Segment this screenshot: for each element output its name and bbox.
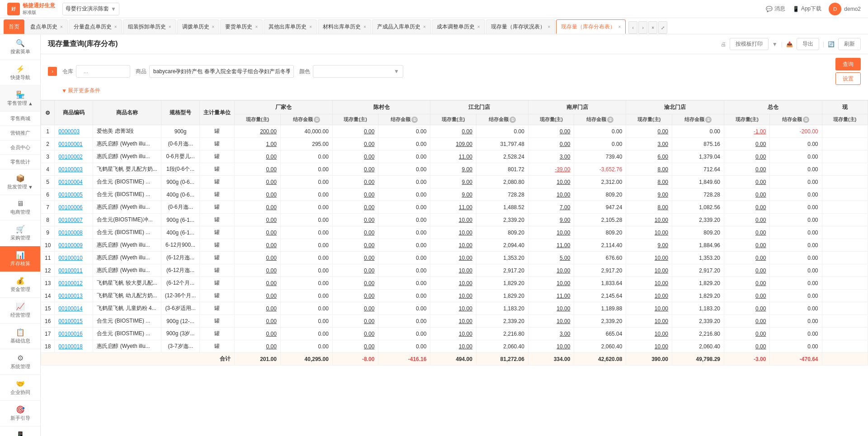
row-c-qty[interactable]: 0.00: [332, 138, 378, 150]
row-f-qty[interactable]: 0.00: [235, 188, 280, 201]
row-f-qty[interactable]: 0.00: [235, 328, 280, 340]
row-f-qty[interactable]: 0.00: [235, 201, 280, 214]
row-f-qty[interactable]: 0.00: [235, 264, 280, 277]
row-c-qty[interactable]: 0.00: [332, 252, 378, 264]
row-na-qty[interactable]: 11.00: [528, 290, 574, 302]
row-na-qty[interactable]: 9.00: [528, 214, 574, 226]
print-btn[interactable]: 按模板打印: [730, 38, 769, 50]
info-icon[interactable]: ①: [314, 117, 320, 123]
tab-assembly[interactable]: 组装拆卸单历史 ×: [123, 19, 176, 34]
row-jb-qty[interactable]: 11.00: [430, 150, 476, 163]
row-yb-qty[interactable]: 10.00: [626, 264, 672, 277]
row-jb-qty[interactable]: 10.00: [430, 277, 476, 290]
expand-btn[interactable]: ▼ 展开更多条件: [61, 87, 100, 94]
sidebar-sub-marketing[interactable]: 营销推广: [0, 126, 40, 141]
row-c-qty[interactable]: 0.00: [332, 277, 378, 290]
row-total-qty[interactable]: -1.00: [724, 125, 769, 138]
row-jb-qty[interactable]: 10.00: [430, 302, 476, 315]
row-total-qty[interactable]: 0.00: [724, 277, 769, 290]
color-select[interactable]: ▼: [313, 65, 403, 78]
row-jb-qty[interactable]: 10.00: [430, 315, 476, 328]
sidebar-sub-retail-stats[interactable]: 零售统计: [0, 155, 40, 169]
row-na-qty[interactable]: 5.00: [528, 252, 574, 264]
row-yb-qty[interactable]: 9.00: [626, 239, 672, 252]
row-f-qty[interactable]: 0.00: [235, 315, 280, 328]
row-c-qty[interactable]: 0.00: [332, 290, 378, 302]
row-c-qty[interactable]: 0.00: [332, 125, 378, 138]
row-f-qty[interactable]: 200.00: [235, 125, 280, 138]
row-yb-qty[interactable]: 10.00: [626, 315, 672, 328]
row-c-qty[interactable]: 0.00: [332, 188, 378, 201]
sidebar-item-retail[interactable]: 🏪 零售管理 ▲: [0, 86, 40, 112]
row-jb-qty[interactable]: 9.00: [430, 163, 476, 176]
row-c-qty[interactable]: 0.00: [332, 176, 378, 188]
row-na-qty[interactable]: 3.00: [528, 150, 574, 163]
warehouse-select[interactable]: ...: [76, 65, 130, 78]
info-icon[interactable]: ①: [411, 117, 418, 123]
th-settings[interactable]: ⚙: [41, 101, 55, 125]
row-yb-qty[interactable]: 8.00: [626, 163, 672, 176]
sidebar-item-ecommerce[interactable]: 🖥 电商管理: [0, 195, 40, 220]
sidebar-item-basic-info[interactable]: 📋 基础信息: [0, 323, 40, 349]
close-icon[interactable]: ×: [309, 24, 312, 29]
close-icon[interactable]: ×: [255, 24, 258, 29]
row-jb-qty[interactable]: 10.00: [430, 239, 476, 252]
row-total-qty[interactable]: 0.00: [724, 252, 769, 264]
row-na-qty[interactable]: 0.00: [528, 125, 574, 138]
row-jb-qty[interactable]: 10.00: [430, 252, 476, 264]
row-jb-qty[interactable]: 0.00: [430, 125, 476, 138]
row-f-qty[interactable]: 0.00: [235, 163, 280, 176]
sidebar-item-finance[interactable]: 💰 资金管理: [0, 272, 40, 298]
row-yb-qty[interactable]: 10.00: [626, 328, 672, 340]
row-total-qty[interactable]: 0.00: [724, 226, 769, 239]
tab-product-in[interactable]: 产成品入库单历史 ×: [372, 19, 431, 34]
sidebar-sub-member[interactable]: 会员中心: [0, 141, 40, 155]
tab-sub-inventory[interactable]: 分量盘点单历史 ×: [69, 19, 122, 34]
row-total-qty[interactable]: 0.00: [724, 163, 769, 176]
row-f-qty[interactable]: 0.00: [235, 239, 280, 252]
tab-next-btn[interactable]: ›: [638, 21, 647, 34]
row-na-qty[interactable]: 3.00: [528, 328, 574, 340]
row-total-qty[interactable]: 0.00: [724, 315, 769, 328]
message-btn[interactable]: 💬 消息: [766, 5, 785, 13]
row-c-qty[interactable]: 0.00: [332, 226, 378, 239]
close-icon[interactable]: ×: [212, 24, 215, 29]
row-c-qty[interactable]: 0.00: [332, 264, 378, 277]
row-f-qty[interactable]: 0.00: [235, 176, 280, 188]
close-icon[interactable]: ×: [169, 24, 171, 29]
row-c-qty[interactable]: 0.00: [332, 302, 378, 315]
company-selector[interactable]: 母婴行业演示陈套 ▼: [62, 3, 119, 15]
row-yb-qty[interactable]: 3.00: [626, 138, 672, 150]
row-yb-qty[interactable]: 10.00: [626, 214, 672, 226]
row-f-qty[interactable]: 0.00: [235, 340, 280, 353]
row-f-qty[interactable]: 0.00: [235, 302, 280, 315]
row-f-qty[interactable]: 0.00: [235, 290, 280, 302]
info-icon[interactable]: ①: [509, 117, 516, 123]
row-total-qty[interactable]: 0.00: [724, 290, 769, 302]
row-yb-qty[interactable]: 10.00: [626, 277, 672, 290]
row-na-qty[interactable]: 10.00: [528, 188, 574, 201]
tab-fullscreen-btn[interactable]: ⤢: [658, 21, 667, 34]
row-c-qty[interactable]: 0.00: [332, 239, 378, 252]
tab-purchase-order[interactable]: 要货单历史 ×: [220, 19, 263, 34]
tab-stock-distribution[interactable]: 现存量（库存分布表） ×: [556, 19, 626, 34]
row-jb-qty[interactable]: 109.00: [430, 138, 476, 150]
tab-transfer[interactable]: 调拨单历史 ×: [177, 19, 220, 34]
row-total-qty[interactable]: 0.00: [724, 176, 769, 188]
row-jb-qty[interactable]: 10.00: [430, 264, 476, 277]
info-icon[interactable]: ①: [803, 117, 809, 123]
filter-toggle-btn[interactable]: ›: [48, 67, 57, 76]
sidebar-item-guide[interactable]: 🎯 新手引导: [0, 401, 40, 427]
row-na-qty[interactable]: 10.00: [528, 340, 574, 353]
app-download-btn[interactable]: 📱 App下载: [793, 5, 821, 13]
row-total-qty[interactable]: 0.00: [724, 340, 769, 353]
row-yb-qty[interactable]: 10.00: [626, 252, 672, 264]
row-yb-qty[interactable]: 10.00: [626, 340, 672, 353]
row-na-qty[interactable]: 10.00: [528, 302, 574, 315]
tab-prev-btn[interactable]: ‹: [628, 21, 637, 34]
row-total-qty[interactable]: 0.00: [724, 138, 769, 150]
row-yb-qty[interactable]: 10.00: [626, 302, 672, 315]
close-icon[interactable]: ×: [618, 24, 621, 29]
row-total-qty[interactable]: 0.00: [724, 188, 769, 201]
set-btn[interactable]: 设置: [835, 72, 861, 85]
